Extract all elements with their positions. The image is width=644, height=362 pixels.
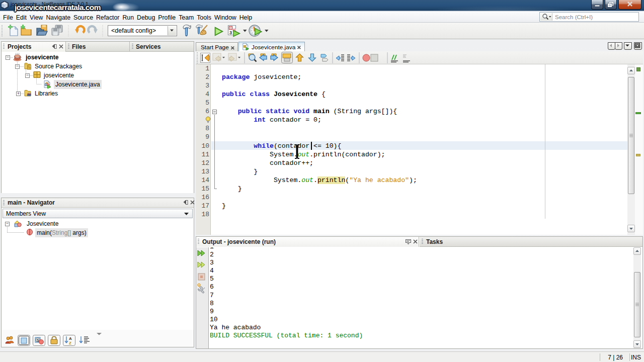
svg-text:A: A (69, 336, 72, 341)
svg-text:3: 3 (229, 30, 232, 35)
svg-text:Z: Z (69, 341, 71, 345)
